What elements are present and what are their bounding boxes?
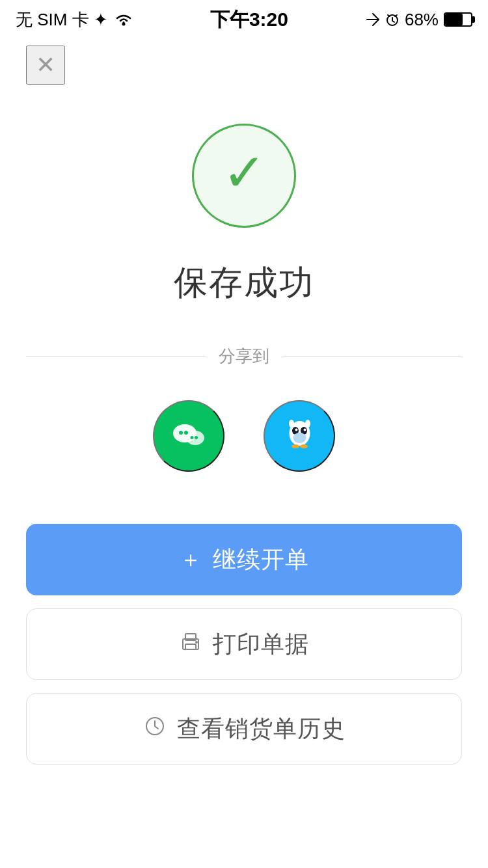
svg-point-12: [303, 429, 306, 431]
svg-point-3: [179, 431, 183, 435]
svg-point-6: [190, 436, 193, 439]
share-qq-button[interactable]: [264, 400, 335, 472]
svg-point-17: [289, 420, 294, 427]
svg-point-15: [291, 444, 299, 448]
success-indicator: ✓: [192, 124, 296, 228]
share-label: 分享到: [219, 345, 269, 368]
svg-point-11: [295, 429, 297, 431]
status-bar: 无 SIM 卡 ✦ 下午3:20 68%: [0, 0, 488, 39]
share-wechat-button[interactable]: [153, 400, 224, 472]
divider-line-right: [282, 356, 462, 357]
divider-line-left: [26, 356, 206, 357]
svg-point-7: [195, 436, 198, 439]
continue-button[interactable]: ＋ 继续开单: [26, 524, 462, 595]
checkmark-icon: ✓: [223, 147, 266, 199]
page-content: ✕ ✓ 保存成功 分享到: [0, 39, 488, 765]
history-button[interactable]: 查看销货单历史: [26, 693, 462, 765]
share-icons-container: [153, 400, 335, 472]
success-title: 保存成功: [174, 260, 314, 306]
svg-point-18: [305, 420, 310, 427]
svg-rect-21: [185, 644, 196, 649]
svg-point-0: [122, 23, 125, 26]
location-icon: [366, 12, 380, 27]
print-label: 打印单据: [213, 629, 309, 660]
battery-percent: 68%: [405, 10, 439, 30]
wifi-icon: [115, 12, 133, 27]
print-button[interactable]: 打印单据: [26, 608, 462, 680]
battery-icon: [444, 12, 472, 27]
svg-point-14: [293, 433, 306, 443]
svg-point-4: [184, 431, 188, 435]
action-buttons: ＋ 继续开单 打印单据 查看销货单历史: [26, 524, 462, 765]
status-right: 68%: [366, 10, 472, 30]
svg-point-16: [300, 444, 308, 448]
status-left: 无 SIM 卡 ✦: [16, 8, 133, 31]
history-icon: [143, 714, 167, 743]
sim-status: 无 SIM 卡 ✦: [16, 8, 108, 31]
svg-point-22: [195, 641, 198, 644]
status-time: 下午3:20: [210, 7, 288, 33]
close-button[interactable]: ✕: [26, 46, 65, 85]
alarm-icon: [385, 12, 400, 27]
history-label: 查看销货单历史: [177, 713, 346, 745]
close-icon: ✕: [36, 53, 55, 77]
plus-icon: ＋: [180, 545, 202, 575]
print-icon: [179, 630, 202, 658]
qq-icon: [278, 414, 321, 458]
wechat-icon: [168, 414, 210, 458]
continue-label: 继续开单: [213, 544, 309, 576]
share-divider: 分享到: [26, 345, 462, 368]
